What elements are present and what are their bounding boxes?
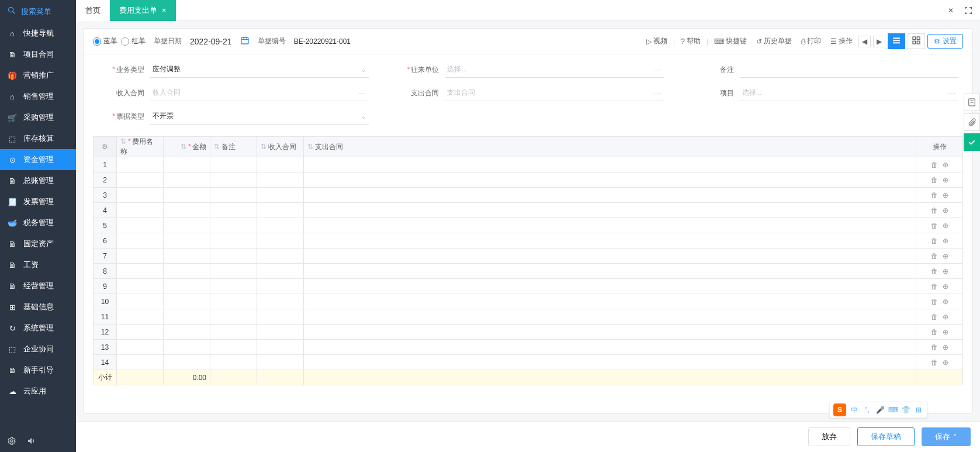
cell-expense[interactable]: [304, 340, 916, 355]
cell-remark[interactable]: [210, 264, 257, 279]
save-draft-button[interactable]: 保存草稿: [857, 427, 915, 446]
cell-name[interactable]: [117, 355, 164, 370]
income-contract-select[interactable]: 收入合同 ···: [150, 85, 369, 101]
sidebar-item-4[interactable]: 🛒采购管理: [0, 107, 76, 128]
cell-remark[interactable]: [210, 188, 257, 203]
cell-income[interactable]: [257, 157, 304, 172]
expense-contract-select[interactable]: 支出合同 ···: [445, 85, 663, 101]
prev-button[interactable]: ◀: [858, 36, 871, 47]
close-icon[interactable]: ×: [162, 6, 167, 15]
cell-amount[interactable]: [164, 188, 210, 203]
table-row[interactable]: 3🗑⊕: [94, 188, 963, 203]
cell-income[interactable]: [257, 294, 304, 309]
side-tool-check[interactable]: [964, 133, 980, 151]
cell-name[interactable]: [117, 249, 164, 264]
col-remark[interactable]: 备注: [221, 143, 236, 151]
add-row-icon[interactable]: ⊕: [943, 267, 948, 275]
cell-remark[interactable]: [210, 294, 257, 309]
ime-mic-icon[interactable]: 🎤: [875, 406, 885, 414]
cell-amount[interactable]: [164, 233, 210, 249]
hotkey-action[interactable]: ⌨快捷键: [711, 35, 750, 47]
add-row-icon[interactable]: ⊕: [943, 298, 948, 306]
delete-row-icon[interactable]: 🗑: [931, 267, 938, 275]
sidebar-item-2[interactable]: 🎁营销推广: [0, 65, 76, 86]
cell-name[interactable]: [117, 203, 164, 218]
sidebar-item-5[interactable]: ⬚库存核算: [0, 128, 76, 149]
sidebar-item-1[interactable]: 🗎项目合同: [0, 44, 76, 65]
delete-row-icon[interactable]: 🗑: [931, 191, 938, 199]
settings-button[interactable]: ⚙ 设置: [927, 34, 963, 49]
delete-row-icon[interactable]: 🗑: [931, 328, 938, 336]
side-tool-attachment[interactable]: [964, 113, 980, 131]
add-row-icon[interactable]: ⊕: [943, 222, 948, 230]
volume-icon[interactable]: [27, 436, 36, 447]
cell-amount[interactable]: [164, 294, 210, 309]
ime-skin-icon[interactable]: 👕: [901, 406, 910, 414]
cell-remark[interactable]: [210, 355, 257, 370]
cell-name[interactable]: [117, 294, 164, 309]
table-row[interactable]: 4🗑⊕: [94, 203, 963, 218]
sidebar-search[interactable]: 搜索菜单: [0, 0, 76, 23]
view-grid[interactable]: [908, 33, 925, 49]
cell-name[interactable]: [117, 172, 164, 188]
cell-income[interactable]: [257, 355, 304, 370]
cell-remark[interactable]: [210, 233, 257, 249]
cell-income[interactable]: [257, 264, 304, 279]
sidebar-item-3[interactable]: ⌂销售管理: [0, 86, 76, 107]
save-button[interactable]: 保存˄: [922, 427, 971, 446]
col-expense[interactable]: 支出合同: [315, 143, 343, 151]
help-action[interactable]: ?帮助: [677, 35, 704, 47]
delete-row-icon[interactable]: 🗑: [931, 206, 938, 215]
add-row-icon[interactable]: ⊕: [943, 313, 948, 321]
cell-expense[interactable]: [304, 325, 916, 340]
table-row[interactable]: 6🗑⊕: [94, 233, 963, 249]
add-row-icon[interactable]: ⊕: [943, 176, 948, 184]
table-row[interactable]: 12🗑⊕: [94, 325, 963, 340]
table-row[interactable]: 13🗑⊕: [94, 340, 963, 355]
cell-name[interactable]: [117, 264, 164, 279]
history-action[interactable]: ↺历史单据: [753, 35, 795, 47]
tab-home[interactable]: 首页: [76, 0, 110, 21]
video-action[interactable]: ▷视频: [643, 35, 671, 47]
delete-row-icon[interactable]: 🗑: [931, 313, 938, 321]
add-row-icon[interactable]: ⊕: [943, 252, 948, 260]
cell-income[interactable]: [257, 203, 304, 218]
next-button[interactable]: ▶: [873, 36, 885, 47]
cell-expense[interactable]: [304, 172, 916, 188]
sidebar-item-17[interactable]: ☁云应用: [0, 381, 76, 402]
cell-remark[interactable]: [210, 203, 257, 218]
sidebar-item-11[interactable]: 🗎工资: [0, 254, 76, 275]
add-row-icon[interactable]: ⊕: [943, 237, 948, 245]
cell-name[interactable]: [117, 188, 164, 203]
cell-amount[interactable]: [164, 172, 210, 188]
delete-row-icon[interactable]: 🗑: [931, 222, 938, 230]
sidebar-item-16[interactable]: 🗎新手引导: [0, 360, 76, 381]
sidebar-item-10[interactable]: 🗎固定资产: [0, 233, 76, 254]
cell-amount[interactable]: [164, 157, 210, 172]
sidebar-item-15[interactable]: ⬚企业协同: [0, 339, 76, 360]
cell-name[interactable]: [117, 309, 164, 325]
invoice-type-select[interactable]: 不开票 ⌄: [150, 108, 369, 125]
cell-expense[interactable]: [304, 264, 916, 279]
cell-income[interactable]: [257, 172, 304, 188]
delete-row-icon[interactable]: 🗑: [931, 282, 938, 291]
col-amount[interactable]: 金额: [192, 143, 206, 151]
table-row[interactable]: 11🗑⊕: [94, 309, 963, 325]
add-row-icon[interactable]: ⊕: [943, 191, 948, 199]
cell-expense[interactable]: [304, 279, 916, 294]
delete-row-icon[interactable]: 🗑: [931, 343, 938, 351]
cell-expense[interactable]: [304, 355, 916, 370]
ime-mode[interactable]: 中: [850, 405, 859, 415]
view-list[interactable]: [888, 33, 905, 49]
add-row-icon[interactable]: ⊕: [943, 328, 948, 336]
cell-remark[interactable]: [210, 279, 257, 294]
cell-expense[interactable]: [304, 203, 916, 218]
sidebar-item-6[interactable]: ⊙资金管理: [0, 149, 76, 170]
cell-name[interactable]: [117, 157, 164, 172]
ime-bar[interactable]: S 中 °, 🎤 ⌨ 👕 ⊞: [829, 402, 927, 418]
cell-amount[interactable]: [164, 203, 210, 218]
cell-expense[interactable]: [304, 233, 916, 249]
delete-row-icon[interactable]: 🗑: [931, 298, 938, 306]
cell-remark[interactable]: [210, 172, 257, 188]
cell-expense[interactable]: [304, 294, 916, 309]
